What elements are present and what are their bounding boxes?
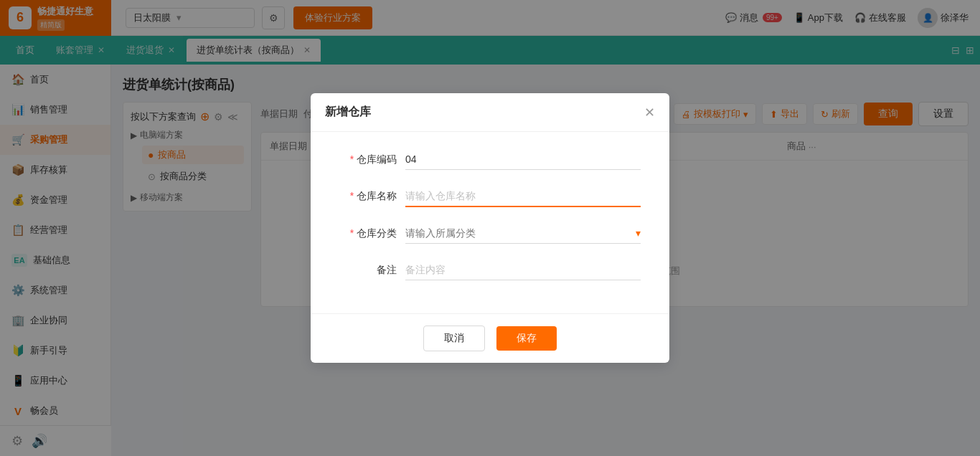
modal-header: 新增仓库 ✕	[311, 93, 669, 132]
required-star-code: *	[350, 153, 354, 165]
modal-body: * 仓库编码 * 仓库名称 * 仓库分类	[311, 132, 669, 313]
modal-title: 新增仓库	[325, 105, 371, 120]
form-row-code: * 仓库编码	[339, 149, 641, 170]
form-label-remark: 备注	[339, 264, 397, 277]
form-row-category: * 仓库分类 ▾	[339, 223, 641, 244]
category-select-wrapper[interactable]: ▾	[405, 223, 641, 244]
modal-close-button[interactable]: ✕	[644, 106, 655, 119]
required-star-name: *	[350, 190, 354, 201]
form-row-name: * 仓库名称	[339, 186, 641, 207]
modal-overlay[interactable]: 新增仓库 ✕ * 仓库编码 * 仓库名称	[0, 0, 980, 456]
cancel-button[interactable]: 取消	[423, 326, 485, 351]
category-dropdown-icon: ▾	[636, 227, 641, 239]
form-label-category: * 仓库分类	[339, 227, 397, 240]
warehouse-remark-input[interactable]	[405, 260, 641, 280]
warehouse-name-input[interactable]	[405, 186, 641, 207]
modal-footer: 取消 保存	[311, 313, 669, 363]
form-row-remark: 备注	[339, 260, 641, 280]
save-button[interactable]: 保存	[496, 326, 557, 351]
required-star-category: *	[350, 227, 354, 239]
new-warehouse-modal: 新增仓库 ✕ * 仓库编码 * 仓库名称	[311, 93, 669, 363]
form-label-name: * 仓库名称	[339, 190, 397, 203]
warehouse-code-input[interactable]	[405, 149, 641, 170]
warehouse-category-input[interactable]	[405, 227, 636, 239]
form-label-code: * 仓库编码	[339, 153, 397, 166]
